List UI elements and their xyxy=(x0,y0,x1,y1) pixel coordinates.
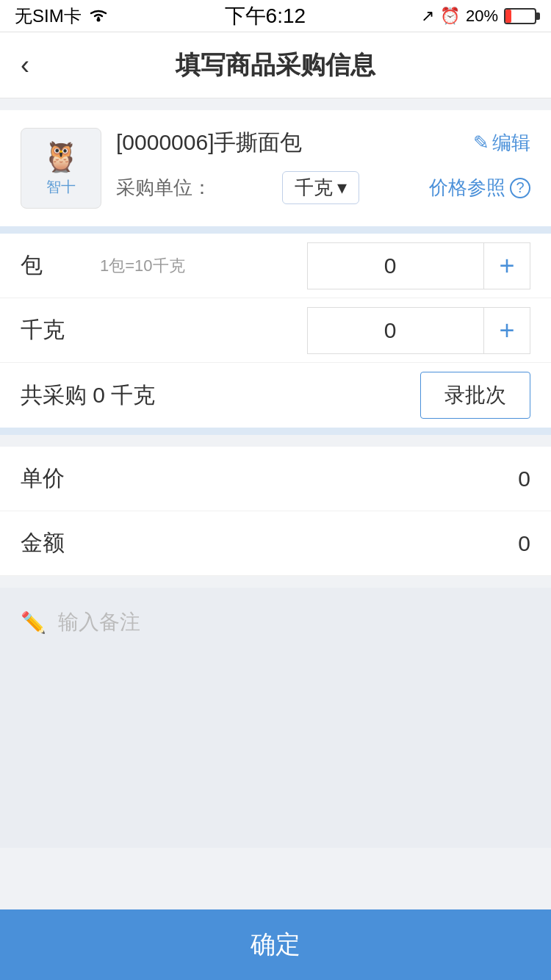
unit-price-row: 单价 0 xyxy=(0,447,551,511)
wifi-icon xyxy=(87,6,109,26)
bao-input-group: + xyxy=(307,242,530,289)
divider-1 xyxy=(0,226,551,234)
status-time: 下午6:12 xyxy=(225,2,306,30)
product-info: [0000006]手撕面包 ✎ 编辑 采购单位： 千克 ▾ 价格参照 ? xyxy=(116,128,530,204)
note-section[interactable]: ✏️ 输入备注 xyxy=(0,588,551,657)
status-bar: 无SIM卡 下午6:12 ↗ ⏰ 20% xyxy=(0,0,551,32)
chevron-down-icon: ▾ xyxy=(337,176,347,199)
kg-input[interactable] xyxy=(307,307,483,354)
kg-plus-button[interactable]: + xyxy=(483,307,530,354)
confirm-label: 确定 xyxy=(251,928,300,962)
price-ref-button[interactable]: 价格参照 ? xyxy=(429,175,530,201)
note-placeholder: 输入备注 xyxy=(58,608,140,636)
help-icon: ? xyxy=(510,178,530,198)
bottom-spacer xyxy=(0,848,551,918)
location-icon: ↗ xyxy=(421,7,434,26)
status-left: 无SIM卡 xyxy=(15,4,109,28)
total-text: 共采购 0 千克 xyxy=(21,381,155,411)
unit-row: 采购单位： 千克 ▾ 价格参照 ? xyxy=(116,171,530,204)
unit-price-value: 0 xyxy=(518,466,530,491)
amount-row: 金额 0 xyxy=(0,511,551,576)
alarm-icon: ⏰ xyxy=(440,7,460,26)
bao-input[interactable] xyxy=(307,242,483,289)
edit-icon: ✎ xyxy=(473,131,489,154)
product-card: 🦉 智十 [0000006]手撕面包 ✎ 编辑 采购单位： 千克 ▾ 价格参照 … xyxy=(0,110,551,226)
unit-select[interactable]: 千克 ▾ xyxy=(282,171,359,204)
product-name: [0000006]手撕面包 xyxy=(116,128,302,158)
edit-button[interactable]: ✎ 编辑 xyxy=(473,130,530,156)
product-image: 🦉 智十 xyxy=(21,128,101,209)
total-row: 共采购 0 千克 录批次 xyxy=(0,363,551,428)
amount-value: 0 xyxy=(518,531,530,556)
input-section: 包 1包=10千克 + 千克 + xyxy=(0,234,551,363)
page-title: 填写商品采购信息 xyxy=(176,48,375,82)
edit-label: 编辑 xyxy=(492,130,530,156)
price-section: 单价 0 金额 0 xyxy=(0,447,551,576)
nav-bar: ‹ 填写商品采购信息 xyxy=(0,32,551,98)
unit-price-label: 单价 xyxy=(21,464,65,494)
carrier-text: 无SIM卡 xyxy=(15,4,82,28)
batch-button[interactable]: 录批次 xyxy=(420,372,530,419)
battery-pct: 20% xyxy=(466,7,498,26)
back-button[interactable]: ‹ xyxy=(21,50,29,81)
kg-input-group: + xyxy=(307,307,530,354)
svg-point-0 xyxy=(96,18,100,21)
pencil-icon: ✏️ xyxy=(21,610,46,635)
battery-indicator xyxy=(504,8,536,24)
kg-row: 千克 + xyxy=(0,298,551,363)
bao-sublabel: 1包=10千克 xyxy=(100,255,185,277)
owl-icon: 🦉 xyxy=(43,140,79,174)
kg-label: 千克 xyxy=(21,315,94,345)
content-area xyxy=(0,657,551,848)
owl-label: 智十 xyxy=(46,177,76,197)
divider-2 xyxy=(0,428,551,435)
amount-label: 金额 xyxy=(21,528,65,558)
unit-label: 采购单位： xyxy=(116,175,212,201)
bao-row: 包 1包=10千克 + xyxy=(0,234,551,298)
bao-plus-button[interactable]: + xyxy=(483,242,530,289)
status-right: ↗ ⏰ 20% xyxy=(421,7,536,26)
bao-label: 包 xyxy=(21,251,94,281)
price-ref-label: 价格参照 xyxy=(429,175,505,201)
unit-value: 千克 xyxy=(295,175,333,201)
confirm-button[interactable]: 确定 xyxy=(0,909,551,980)
product-name-row: [0000006]手撕面包 ✎ 编辑 xyxy=(116,128,530,158)
